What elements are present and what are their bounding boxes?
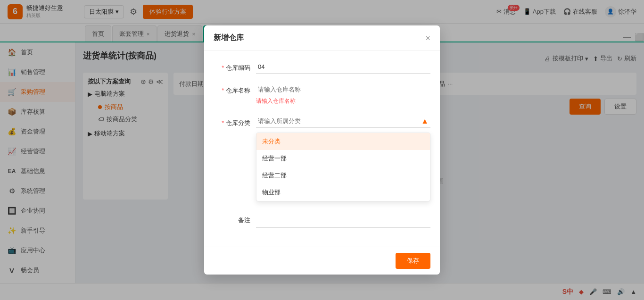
class-input-wrap: ▲ 未分类 经营一部 经营二部 物业部 [256,115,430,128]
code-row: * 仓库编码 [214,60,430,74]
name-error-msg: 请输入仓库名称 [214,97,296,105]
dialog-header: 新增仓库 × [204,25,440,51]
class-label: * 仓库分类 [214,116,256,127]
name-input[interactable] [256,83,339,96]
note-label: 备注 [214,213,256,225]
dropdown-item-dept2[interactable]: 经营二部 [256,167,430,184]
dialog-close-icon[interactable]: × [425,34,430,42]
class-toggle-icon[interactable]: ▲ [421,117,429,125]
dialog-overlay: 新增仓库 × * 仓库编码 * 仓库名称 [0,0,644,300]
dropdown-item-dept1[interactable]: 经营一部 [256,150,430,167]
code-label: * 仓库编码 [214,60,256,72]
class-input[interactable] [256,115,430,128]
dialog-title: 新增仓库 [214,33,244,43]
dialog-body: * 仓库编码 * 仓库名称 请输入仓库名称 [204,51,440,247]
dropdown-item-dept3[interactable]: 物业部 [256,184,430,201]
name-label: * 仓库名称 [214,83,256,95]
new-warehouse-dialog: 新增仓库 × * 仓库编码 * 仓库名称 [204,25,440,275]
code-input[interactable] [256,60,430,74]
save-button[interactable]: 保存 [396,253,430,269]
name-row: * 仓库名称 请输入仓库名称 [214,83,430,105]
classification-dropdown: 未分类 经营一部 经营二部 物业部 [256,133,430,201]
note-textarea[interactable] [256,213,430,228]
classification-row: * 仓库分类 ▲ 未分类 经营一部 经营二部 物业部 [214,115,430,128]
dialog-footer: 保存 [204,247,440,275]
dropdown-item-uncategorized[interactable]: 未分类 [256,133,430,150]
